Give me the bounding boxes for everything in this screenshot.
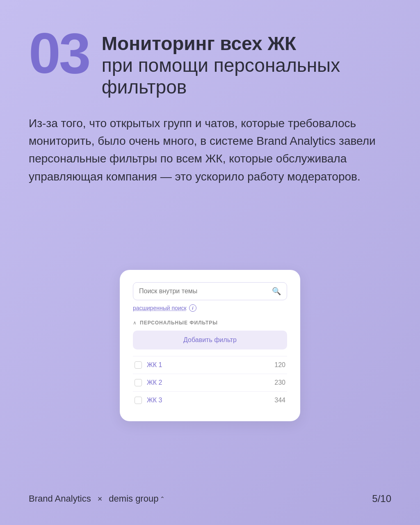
step-number: 03 <box>29 25 89 82</box>
footer: Brand Analytics × demis group ⌃ 5/10 <box>29 485 391 504</box>
filter-name-2: ЖК 2 <box>147 379 274 386</box>
description-text: Из-за того, что открытых групп и чатов, … <box>29 114 386 186</box>
filter-count-3: 344 <box>274 397 285 404</box>
brand-name: Brand Analytics <box>29 493 91 504</box>
advanced-search-link[interactable]: расширенный поиск <box>133 305 187 311</box>
filter-item-2: ЖК 2 230 <box>133 374 287 391</box>
main-title: Мониторинг всех ЖК <box>102 33 340 55</box>
search-icon: 🔍 <box>272 287 281 296</box>
filter-count-2: 230 <box>274 379 285 386</box>
filter-name-1: ЖК 1 <box>147 361 274 369</box>
filter-card: 🔍 расширенный поиск i ∧ ПЕРСОНАЛЬНЫЕ ФИЛ… <box>120 270 300 421</box>
page-counter: 5/10 <box>372 493 391 504</box>
footer-separator: × <box>98 494 103 504</box>
filter-checkbox-2[interactable] <box>135 379 142 386</box>
footer-left: Brand Analytics × demis group ⌃ <box>29 493 165 504</box>
partner-name: demis group <box>109 493 158 504</box>
subtitle-line3: фильтров <box>102 76 340 98</box>
section-label: ПЕРСОНАЛЬНЫЕ ФИЛЬТРЫ <box>140 320 218 326</box>
filter-list: ЖК 1 120 ЖК 2 230 ЖК 3 344 <box>133 356 287 409</box>
subtitle-line2: при помощи персональных <box>102 55 340 76</box>
page-container: 03 Мониторинг всех ЖК при помощи персона… <box>0 0 420 525</box>
add-filter-button[interactable]: Добавить фильтр <box>133 331 287 349</box>
info-icon[interactable]: i <box>189 304 196 312</box>
title-block: Мониторинг всех ЖК при помощи персональн… <box>102 25 340 98</box>
filter-count-1: 120 <box>274 361 285 369</box>
chevron-up-icon: ∧ <box>133 320 137 326</box>
filter-item-3: ЖК 3 344 <box>133 391 287 409</box>
header-section: 03 Мониторинг всех ЖК при помощи персона… <box>29 25 391 98</box>
partner-logo: demis group ⌃ <box>109 493 165 504</box>
section-header: ∧ ПЕРСОНАЛЬНЫЕ ФИЛЬТРЫ <box>133 320 287 326</box>
partner-logo-icon: ⌃ <box>160 495 165 502</box>
filter-item-1: ЖК 1 120 <box>133 356 287 374</box>
card-wrapper: 🔍 расширенный поиск i ∧ ПЕРСОНАЛЬНЫЕ ФИЛ… <box>29 206 391 485</box>
advanced-search: расширенный поиск i <box>133 304 287 312</box>
search-input[interactable] <box>139 288 272 295</box>
filter-checkbox-3[interactable] <box>135 397 142 404</box>
filter-checkbox-1[interactable] <box>135 361 142 369</box>
search-box[interactable]: 🔍 <box>133 282 287 300</box>
filter-name-3: ЖК 3 <box>147 397 274 404</box>
